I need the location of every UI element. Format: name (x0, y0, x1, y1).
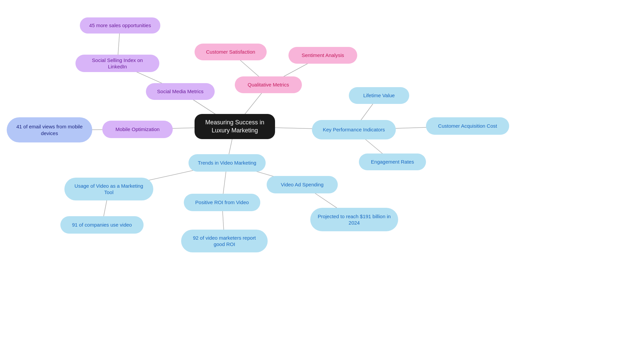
social-media-metrics-label: Social Media Metrics (157, 88, 203, 95)
customer-satisfaction-label: Customer Satisfaction (206, 49, 255, 55)
more-sales-label: 45 more sales opportunities (89, 22, 151, 29)
mobile-optimization-label: Mobile Optimization (115, 126, 160, 133)
node-sentiment-analysis: Sentiment Analysis (288, 47, 357, 64)
mind-map: Measuring Success in Luxury Marketing Cu… (0, 0, 644, 363)
social-selling-label: Social Selling Index on LinkedIn (83, 57, 152, 70)
node-center: Measuring Success in Luxury Marketing (195, 114, 275, 139)
node-mobile-optimization: Mobile Optimization (102, 121, 173, 138)
node-social-selling: Social Selling Index on LinkedIn (75, 55, 159, 72)
companies-video-label: 91 of companies use video (72, 222, 132, 228)
node-trends-video: Trends in Video Marketing (189, 154, 266, 172)
node-kpi: Key Performance Indicators (312, 120, 396, 139)
node-customer-satisfaction: Customer Satisfaction (195, 44, 267, 60)
projected-label: Projected to reach $191 billion in 2024 (318, 213, 391, 226)
customer-acquisition-label: Customer Acquisition Cost (438, 123, 497, 129)
node-lifetime-value: Lifetime Value (349, 87, 409, 104)
kpi-label: Key Performance Indicators (323, 126, 385, 133)
lifetime-value-label: Lifetime Value (363, 92, 395, 99)
center-label: Measuring Success in Luxury Marketing (202, 119, 268, 134)
node-projected: Projected to reach $191 billion in 2024 (310, 208, 398, 231)
sentiment-analysis-label: Sentiment Analysis (302, 52, 344, 59)
node-engagement-rates: Engagement Rates (359, 154, 426, 170)
node-social-media-metrics: Social Media Metrics (146, 83, 215, 100)
video-ad-spending-label: Video Ad Spending (281, 181, 323, 188)
node-usage-video: Usage of Video as a Marketing Tool (64, 178, 153, 200)
engagement-rates-label: Engagement Rates (371, 159, 414, 165)
qualitative-metrics-label: Qualitative Metrics (248, 81, 289, 88)
node-video-ad-spending: Video Ad Spending (267, 176, 338, 193)
video-marketers-roi-label: 92 of video marketers report good ROI (189, 235, 260, 248)
node-email-views: 41 of email views from mobile devices (7, 117, 92, 142)
trends-video-label: Trends in Video Marketing (198, 160, 256, 166)
node-positive-roi: Positive ROI from Video (184, 194, 260, 211)
usage-video-label: Usage of Video as a Marketing Tool (72, 183, 146, 196)
node-customer-acquisition: Customer Acquisition Cost (426, 117, 509, 135)
node-qualitative-metrics: Qualitative Metrics (235, 76, 302, 93)
node-companies-video: 91 of companies use video (60, 216, 144, 234)
positive-roi-label: Positive ROI from Video (195, 199, 249, 206)
node-more-sales: 45 more sales opportunities (80, 17, 160, 34)
node-video-marketers-roi: 92 of video marketers report good ROI (181, 230, 268, 252)
email-views-label: 41 of email views from mobile devices (14, 123, 85, 136)
